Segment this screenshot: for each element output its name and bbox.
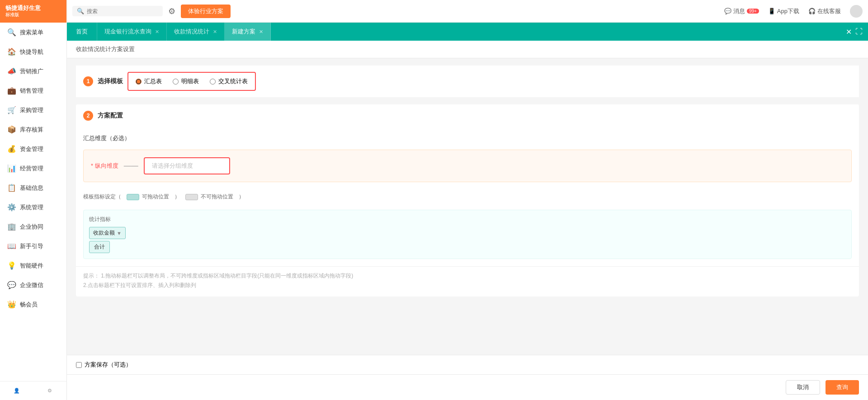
sidebar-label-10: 企业协同 bbox=[20, 223, 43, 231]
sidebar-icon-6: 💰 bbox=[7, 145, 16, 153]
sidebar-item-6[interactable]: 💰资金管理 bbox=[0, 139, 66, 159]
tab-home-label: 首页 bbox=[76, 28, 88, 36]
metrics-subrow: 合计 bbox=[89, 241, 846, 253]
sidebar-icon-8: 📋 bbox=[7, 184, 16, 192]
sidebar-item-0[interactable]: 🔍搜索菜单 bbox=[0, 23, 66, 42]
radio-detail-input[interactable] bbox=[173, 79, 179, 85]
window-close-icon[interactable]: ✕ bbox=[846, 28, 852, 36]
radio-summary[interactable]: 汇总表 bbox=[136, 77, 162, 85]
main-area: 🔍 ⚙ 体验行业方案 💬 消息 99+ 📱 App下载 🎧 在线客服 首页 bbox=[67, 0, 868, 400]
radio-summary-label: 汇总表 bbox=[144, 77, 162, 85]
sidebar-icon-2: 📣 bbox=[7, 67, 16, 75]
sidebar-item-14[interactable]: 👑畅会员 bbox=[0, 295, 66, 314]
config-body: 汇总维度（必选） * 纵向维度 —— 请选择分组维度 模板指标设定（ bbox=[76, 127, 859, 266]
tabbar: 首页 现金银行流水查询 ✕ 收款情况统计 ✕ 新建方案 ✕ ✕ ⛶ bbox=[67, 23, 868, 41]
tabbar-actions: ✕ ⛶ bbox=[846, 28, 868, 36]
radio-detail[interactable]: 明细表 bbox=[173, 77, 199, 85]
sidebar-item-2[interactable]: 📣营销推广 bbox=[0, 61, 66, 81]
sidebar-icon-12: 💡 bbox=[7, 261, 16, 270]
save-checkbox-label[interactable]: 方案保存（可选） bbox=[76, 361, 132, 369]
tab-home[interactable]: 首页 bbox=[67, 23, 97, 41]
sidebar-item-9[interactable]: ⚙️系统管理 bbox=[0, 198, 66, 217]
metrics-tag-amount[interactable]: 收款金额 ▼ bbox=[89, 227, 126, 239]
sidebar-item-5[interactable]: 📦库存核算 bbox=[0, 120, 66, 139]
sidebar-icon-5: 📦 bbox=[7, 125, 16, 134]
tab-cash-flow-close[interactable]: ✕ bbox=[155, 29, 159, 35]
radio-summary-input[interactable] bbox=[136, 79, 142, 85]
sidebar-item-4[interactable]: 🛒采购管理 bbox=[0, 100, 66, 120]
message-label: 消息 bbox=[733, 7, 745, 15]
sidebar-item-13[interactable]: 💬企业微信 bbox=[0, 275, 66, 295]
radio-detail-label: 明细表 bbox=[181, 77, 199, 85]
dimension-title: 汇总维度（必选） bbox=[83, 134, 852, 144]
step1-title: 选择模板 bbox=[98, 77, 123, 85]
sidebar-label-11: 新手引导 bbox=[20, 242, 43, 250]
sidebar-item-1[interactable]: 🏠快捷导航 bbox=[0, 42, 66, 61]
page-title: 收款情况统计方案设置 bbox=[76, 46, 135, 52]
vertical-dimension-row: * 纵向维度 —— 请选择分组维度 bbox=[91, 157, 844, 174]
draggable-color-box bbox=[127, 194, 139, 200]
sidebar-icon-9: ⚙️ bbox=[7, 203, 16, 212]
save-checkbox-text: 方案保存（可选） bbox=[85, 361, 132, 369]
tab-collection-stat[interactable]: 收款情况统计 ✕ bbox=[167, 23, 225, 41]
sidebar-item-10[interactable]: 🏢企业协同 bbox=[0, 217, 66, 236]
sidebar-label-0: 搜索菜单 bbox=[20, 28, 43, 37]
sidebar: 畅捷通好生意 标准版 🔍搜索菜单🏠快捷导航📣营销推广💼销售管理🛒采购管理📦库存核… bbox=[0, 0, 67, 400]
sidebar-label-1: 快捷导航 bbox=[20, 48, 43, 56]
search-box[interactable]: 🔍 bbox=[72, 6, 163, 16]
metrics-container: 统计指标 收款金额 ▼ 合计 bbox=[83, 210, 852, 259]
legend-fixed: 不可拖动位置 bbox=[185, 193, 233, 201]
save-checkbox[interactable] bbox=[76, 362, 82, 368]
sidebar-label-14: 畅会员 bbox=[20, 301, 38, 309]
industry-btn[interactable]: 体验行业方案 bbox=[181, 5, 231, 18]
sidebar-item-7[interactable]: 📊经营管理 bbox=[0, 159, 66, 178]
gear-icon[interactable]: ⚙ bbox=[168, 6, 175, 16]
window-expand-icon[interactable]: ⛶ bbox=[855, 28, 863, 36]
app-logo: 畅捷通好生意 标准版 bbox=[0, 0, 66, 23]
sidebar-icon-10: 🏢 bbox=[7, 222, 16, 231]
fixed-label: 不可拖动位置 bbox=[201, 193, 233, 201]
tab-collection-stat-label: 收款情况统计 bbox=[174, 28, 209, 36]
sidebar-item-3[interactable]: 💼销售管理 bbox=[0, 81, 66, 100]
sidebar-bottom-right[interactable]: ⚙ bbox=[33, 385, 67, 396]
sidebar-icon-11: 📖 bbox=[7, 242, 16, 250]
template-options: 汇总表 明细表 交叉统计表 bbox=[127, 72, 256, 91]
message-btn[interactable]: 💬 消息 99+ bbox=[724, 7, 759, 15]
sidebar-icon-1: 🏠 bbox=[7, 47, 16, 56]
legend-end: ） bbox=[239, 193, 244, 201]
metrics-legend-label: 模板指标设定（ bbox=[83, 193, 121, 201]
sidebar-label-9: 系统管理 bbox=[20, 203, 43, 212]
sidebar-label-5: 库存核算 bbox=[20, 126, 43, 134]
sidebar-item-12[interactable]: 💡智能硬件 bbox=[0, 256, 66, 275]
sidebar-bottom-left[interactable]: 👤 bbox=[0, 385, 33, 396]
support-label: 在线客服 bbox=[817, 7, 841, 15]
cancel-button[interactable]: 取消 bbox=[786, 380, 820, 395]
tab-collection-stat-close[interactable]: ✕ bbox=[213, 29, 217, 35]
sidebar-item-8[interactable]: 📋基础信息 bbox=[0, 178, 66, 198]
tab-new-plan[interactable]: 新建方案 ✕ bbox=[225, 23, 271, 41]
action-bar: 取消 查询 bbox=[67, 374, 868, 400]
sidebar-item-11[interactable]: 📖新手引导 bbox=[0, 236, 66, 256]
tab-new-plan-close[interactable]: ✕ bbox=[259, 29, 263, 35]
query-button[interactable]: 查询 bbox=[826, 380, 859, 395]
download-btn[interactable]: 📱 App下载 bbox=[768, 7, 799, 15]
tag-dropdown-icon[interactable]: ▼ bbox=[117, 231, 122, 236]
legend-draggable: 可拖动位置 bbox=[127, 193, 169, 201]
radio-cross-input[interactable] bbox=[210, 79, 216, 85]
tag-amount-label: 收款金额 bbox=[93, 229, 115, 237]
sidebar-icon-4: 🛒 bbox=[7, 106, 16, 114]
avatar[interactable] bbox=[850, 5, 863, 18]
step2-title: 方案配置 bbox=[98, 112, 123, 120]
sidebar-icon-3: 💼 bbox=[7, 86, 16, 95]
dimension-selector[interactable]: 请选择分组维度 bbox=[144, 157, 230, 174]
step2-badge: 2 bbox=[83, 111, 93, 121]
metrics-subtag-total[interactable]: 合计 bbox=[89, 241, 110, 253]
topbar-right: 💬 消息 99+ 📱 App下载 🎧 在线客服 bbox=[724, 5, 863, 18]
search-input[interactable] bbox=[87, 8, 150, 14]
support-btn[interactable]: 🎧 在线客服 bbox=[808, 7, 841, 15]
sidebar-label-2: 营销推广 bbox=[20, 67, 43, 75]
content-header: 收款情况统计方案设置 bbox=[67, 41, 868, 58]
radio-cross[interactable]: 交叉统计表 bbox=[210, 77, 248, 85]
tab-cash-flow[interactable]: 现金银行流水查询 ✕ bbox=[97, 23, 167, 41]
app-name: 畅捷通好生意 bbox=[5, 5, 41, 12]
